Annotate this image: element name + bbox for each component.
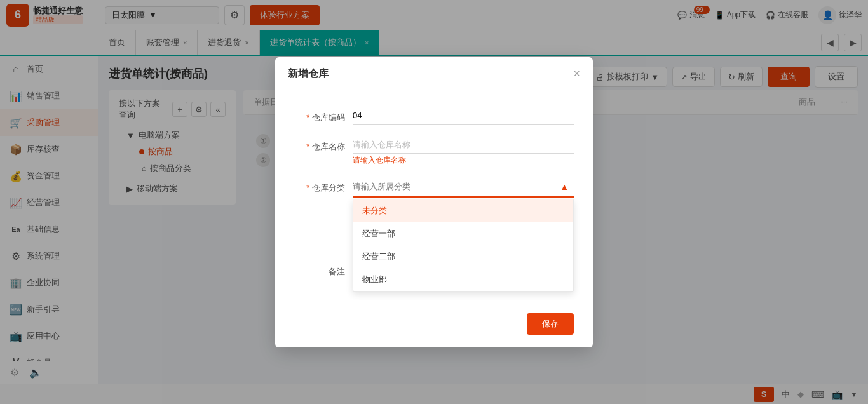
warehouse-name-input[interactable]	[353, 136, 574, 154]
modal-close-button[interactable]: ×	[573, 67, 580, 81]
dropdown-item-ops2[interactable]: 经营二部	[353, 245, 573, 268]
required-mark: *	[306, 112, 309, 122]
modal-new-warehouse: 新增仓库 × * 仓库编码 * 仓库名称	[275, 57, 593, 347]
form-row-code: * 仓库编码	[294, 107, 574, 125]
modal-body: * 仓库编码 * 仓库名称 请输入仓库名称	[275, 91, 593, 306]
form-row-class: * 仓库分类 ▲ 未分类 经营一部 经营二部 物业部	[294, 177, 574, 198]
required-mark-name: *	[306, 142, 309, 151]
class-select-wrapper: ▲	[353, 177, 574, 198]
warehouse-code-input[interactable]	[353, 107, 574, 125]
modal-header: 新增仓库 ×	[275, 57, 593, 91]
form-row-name: * 仓库名称 请输入仓库名称	[294, 136, 574, 166]
required-mark-class: *	[306, 183, 309, 192]
warehouse-class-input[interactable]	[353, 177, 574, 196]
code-control	[353, 107, 574, 125]
notes-label: 备注	[294, 261, 345, 278]
dropdown-item-unclassified[interactable]: 未分类	[353, 199, 573, 222]
modal-overlay: 新增仓库 × * 仓库编码 * 仓库名称	[0, 0, 868, 404]
notes-label-text: 备注	[329, 267, 345, 276]
class-dropdown: 未分类 经营一部 经营二部 物业部	[353, 199, 574, 292]
save-button[interactable]: 保存	[527, 313, 574, 335]
dropdown-item-property[interactable]: 物业部	[353, 268, 573, 291]
class-control: ▲ 未分类 经营一部 经营二部 物业部	[353, 177, 574, 198]
dropdown-item-ops1[interactable]: 经营一部	[353, 222, 573, 245]
name-error-msg: 请输入仓库名称	[353, 155, 574, 166]
class-label: * 仓库分类	[294, 177, 345, 194]
name-label-text: 仓库名称	[312, 142, 345, 151]
select-arrow-up-icon[interactable]: ▲	[560, 182, 569, 192]
code-label-text: 仓库编码	[312, 112, 345, 122]
class-label-text: 仓库分类	[312, 183, 345, 192]
modal-footer: 保存	[275, 306, 593, 347]
modal-title: 新增仓库	[288, 67, 329, 81]
name-control: 请输入仓库名称	[353, 136, 574, 166]
name-label: * 仓库名称	[294, 136, 345, 152]
code-label: * 仓库编码	[294, 107, 345, 123]
